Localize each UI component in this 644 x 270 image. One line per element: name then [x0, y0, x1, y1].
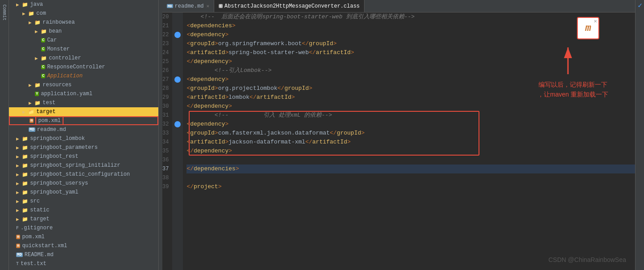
code-line-32: <dependency>	[186, 120, 635, 129]
file-icon: F	[16, 226, 19, 231]
sidebar-item-springboot_static_configuration[interactable]: ▶ 📁springboot_static_configuration	[9, 170, 158, 179]
line-num-23: 23	[162, 39, 172, 48]
code-line-37: </dependencies>	[186, 165, 635, 173]
gutter-cell-20	[172, 13, 183, 21]
line-num-28: 28	[162, 84, 172, 93]
tab-abstract[interactable]: C AbstractJackson2HttpMessageConverter.c…	[214, 0, 364, 12]
sidebar-item-bean[interactable]: ▶ 📁bean	[9, 27, 158, 36]
code-line-30: </dependency>	[186, 102, 635, 111]
tab-readme-close[interactable]: ✕	[206, 3, 209, 9]
gutter-cell-38	[172, 173, 183, 182]
class-icon: C	[41, 47, 45, 51]
folder-icon: ▶ 📁	[16, 163, 28, 169]
sidebar-item-target2[interactable]: ▶ 📁target	[9, 215, 158, 224]
code-line-20: <!-- 后面还会在说明spring-boot-starter-web 到底引入…	[186, 13, 635, 21]
gutter-cell-30	[172, 102, 183, 111]
code-line-38	[186, 173, 635, 182]
sidebar-item-quickstart[interactable]: mquickstart.xml	[9, 241, 158, 250]
line-num-21: 21	[162, 21, 172, 30]
line-num-33: 33	[162, 129, 172, 138]
md-icon: MD	[16, 253, 23, 257]
breakpoint-dot-27[interactable]	[174, 76, 181, 83]
sidebar-label-target: target	[36, 109, 55, 115]
sidebar-item-rainbowsea[interactable]: ▶ 📁rainbowsea	[9, 18, 158, 27]
class-icon: C	[219, 4, 223, 8]
sidebar-item-pom2[interactable]: mpom.xml	[9, 232, 158, 241]
gutter	[172, 13, 183, 270]
annotation-bubble: m ✕	[577, 17, 599, 39]
sidebar-item-pom.xml[interactable]: mpom.xml	[9, 116, 158, 125]
right-panel	[635, 0, 644, 270]
sidebar-item-resources[interactable]: ▶ 📁resources	[9, 80, 158, 89]
folder-icon: ▶ 📁	[22, 109, 34, 115]
sidebar-item-target[interactable]: ▶ 📁target	[9, 107, 158, 116]
gutter-cell-34	[172, 138, 183, 147]
line-num-24: 24	[162, 48, 172, 57]
gutter-cell-33	[172, 129, 183, 138]
breakpoint-dot-22[interactable]	[174, 32, 181, 38]
sidebar-item-springboot_lombok[interactable]: ▶ 📁springboot_lombok	[9, 134, 158, 143]
sidebar-item-README[interactable]: MDREADME.md	[9, 250, 158, 259]
line-num-31: 31	[162, 111, 172, 120]
sidebar-item-com[interactable]: ▶ 📁com	[9, 9, 158, 18]
line-num-30: 30	[162, 102, 172, 111]
sidebar-label-Application: Application	[47, 73, 82, 79]
annotation-text: 编写以后，记得刷新一下 ，让maven 重新加载一下	[538, 80, 608, 100]
code-line-36	[186, 156, 635, 165]
sidebar-item-Car[interactable]: CCar	[9, 36, 158, 45]
txt-icon: T	[16, 262, 19, 266]
sidebar-label-rainbowsea: rainbowsea	[42, 19, 75, 25]
sidebar-item-springboot_rest[interactable]: ▶ 📁springboot_rest	[9, 152, 158, 161]
annotation-line1: 编写以后，记得刷新一下	[538, 81, 607, 88]
class-icon: C	[41, 65, 45, 69]
sidebar-item-test[interactable]: ▶ 📁test	[9, 98, 158, 107]
line-num-38: 38	[162, 173, 172, 182]
sidebar-item-src[interactable]: ▶ 📁src	[9, 197, 158, 206]
sidebar-label-springboot_spring_initializr: springboot_spring_initializr	[30, 162, 120, 169]
sidebar-item-application.yaml[interactable]: Yapplication.yaml	[9, 89, 158, 98]
folder-icon: ▶ 📁	[16, 190, 28, 195]
code-line-39: </project>	[186, 182, 635, 191]
sidebar-item-springboot_yaml[interactable]: ▶ 📁springboot_yaml	[9, 188, 158, 197]
sidebar-item-test_txt[interactable]: Ttest.txt	[9, 259, 158, 268]
tab-readme[interactable]: MD readme.md ✕	[162, 0, 214, 12]
gutter-cell-24	[172, 48, 183, 57]
gutter-cell-25	[172, 57, 183, 66]
sidebar-item-Monster[interactable]: CMonster	[9, 45, 158, 54]
md-icon: MD	[29, 127, 35, 132]
breakpoint-dot-32[interactable]	[174, 121, 181, 127]
sidebar-label-bean: bean	[49, 28, 62, 34]
sidebar-label-application.yaml: application.yaml	[41, 91, 92, 97]
line-num-35: 35	[162, 147, 172, 156]
sidebar-item-readme.md[interactable]: MDreadme.md	[9, 125, 158, 134]
annotation-close[interactable]: ✕	[594, 18, 597, 25]
code-line-34: <artifactId>jackson-dataformat-xml</arti…	[186, 138, 635, 147]
sidebar-item-springboot_parameters[interactable]: ▶ 📁springboot_parameters	[9, 143, 158, 152]
file-tree: ▶ 📁java▶ 📁com▶ 📁rainbowsea▶ 📁beanCCarCMo…	[9, 0, 159, 270]
folder-icon: ▶ 📁	[35, 55, 47, 61]
line-num-34: 34	[162, 138, 172, 147]
sidebar-item-gitignore[interactable]: F.gitignore	[9, 224, 158, 232]
watermark: CSDN @ChinaRainbowSea	[548, 256, 626, 263]
sidebar-label-pom.xml: pom.xml	[35, 116, 63, 125]
sidebar-item-controller[interactable]: ▶ 📁controller	[9, 54, 158, 63]
code-line-33: <groupId>com.fasterxml.jackson.dataforma…	[186, 129, 635, 138]
gutter-cell-37	[172, 165, 183, 173]
sidebar-item-springboot_usersys[interactable]: ▶ 📁springboot_usersys	[9, 179, 158, 188]
sidebar-item-java[interactable]: ▶ 📁java	[9, 0, 158, 9]
sidebar-item-test2_txt[interactable]: Ttest2.txt	[9, 268, 158, 270]
gutter-cell-21	[172, 21, 183, 30]
yaml-icon: Y	[35, 92, 39, 96]
folder-icon: ▶ 📁	[16, 181, 28, 186]
xml-icon: m	[16, 235, 20, 239]
commit-panel: Commit	[0, 0, 9, 270]
md-icon: MD	[167, 4, 173, 8]
sidebar-item-ResponseController[interactable]: CResponseController	[9, 63, 158, 72]
class-icon: C	[41, 74, 45, 78]
folder-icon: ▶ 📁	[16, 216, 28, 222]
gutter-cell-26	[172, 66, 183, 75]
sidebar-item-static[interactable]: ▶ 📁static	[9, 206, 158, 215]
sidebar-item-Application[interactable]: CApplication	[9, 72, 158, 80]
folder-icon: ▶ 📁	[16, 154, 28, 160]
sidebar-item-springboot_spring_initializr[interactable]: ▶ 📁springboot_spring_initializr	[9, 161, 158, 170]
